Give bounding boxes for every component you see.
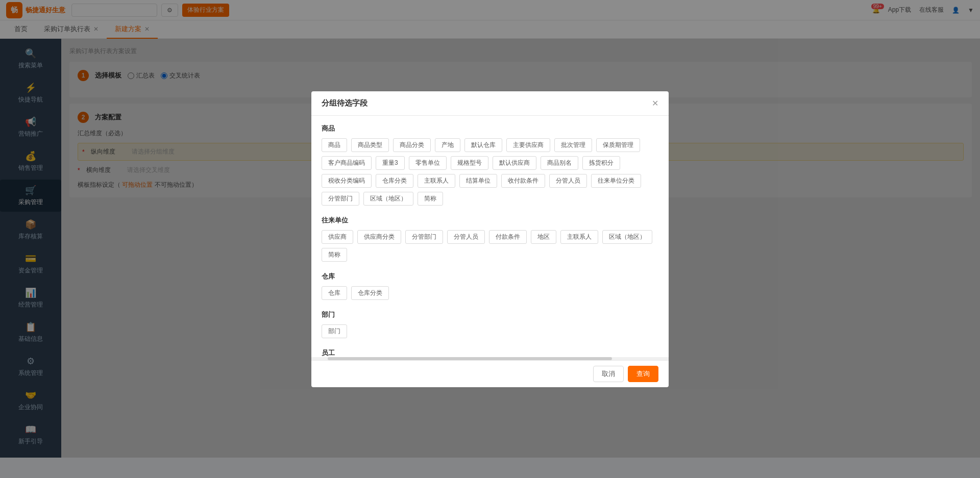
tag-product-type[interactable]: 商品类型 xyxy=(351,138,389,152)
tag-partner-supplier[interactable]: 供应商 xyxy=(322,230,353,244)
tag-product-goods[interactable]: 商品 xyxy=(322,138,347,152)
tag-product-category[interactable]: 商品分类 xyxy=(393,138,431,152)
product-tags: 商品 商品类型 商品分类 产地 默认仓库 主要供应商 批次管理 保质期管理 客户… xyxy=(322,138,658,206)
tag-partner-supplier-cat[interactable]: 供应商分类 xyxy=(357,230,401,244)
section-product-title: 商品 xyxy=(322,124,658,133)
tag-product-region[interactable]: 区域（地区） xyxy=(363,192,413,206)
tag-partner-dept[interactable]: 分管部门 xyxy=(405,230,443,244)
tag-product-dept[interactable]: 分管部门 xyxy=(322,192,359,206)
tag-product-score[interactable]: 拣货积分 xyxy=(582,156,620,170)
modal-header: 分组待选字段 ✕ xyxy=(311,91,669,116)
tag-partner-contact[interactable]: 主联系人 xyxy=(560,230,598,244)
section-product: 商品 商品 商品类型 商品分类 产地 默认仓库 主要供应商 批次管理 保质期管理… xyxy=(322,124,658,206)
tag-product-partner-cat[interactable]: 往来单位分类 xyxy=(591,174,641,188)
tag-product-settle-unit[interactable]: 结算单位 xyxy=(459,174,497,188)
tag-product-spec[interactable]: 规格型号 xyxy=(451,156,488,170)
tag-warehouse-cat[interactable]: 仓库分类 xyxy=(351,286,389,300)
tag-partner-payment[interactable]: 付款条件 xyxy=(489,230,527,244)
tag-product-weight[interactable]: 重量3 xyxy=(376,156,405,170)
tag-product-default-warehouse[interactable]: 默认仓库 xyxy=(464,138,502,152)
section-dept-title: 部门 xyxy=(322,310,658,319)
modal-title: 分组待选字段 xyxy=(322,98,368,108)
tag-product-retail-unit[interactable]: 零售单位 xyxy=(409,156,447,170)
tag-product-payment-terms[interactable]: 收付款条件 xyxy=(501,174,545,188)
tag-dept[interactable]: 部门 xyxy=(322,324,347,338)
tag-product-alias[interactable]: 商品别名 xyxy=(541,156,578,170)
dept-tags: 部门 xyxy=(322,324,658,338)
tag-product-contact[interactable]: 主联系人 xyxy=(418,174,455,188)
tag-product-customer-code[interactable]: 客户商品编码 xyxy=(322,156,372,170)
modal-footer: 取消 查询 xyxy=(311,360,669,387)
modal-cancel-button[interactable]: 取消 xyxy=(593,366,624,382)
tag-partner-abbr[interactable]: 简称 xyxy=(322,248,347,262)
tag-product-tax-code[interactable]: 税收分类编码 xyxy=(322,174,372,188)
tag-product-main-supplier[interactable]: 主要供应商 xyxy=(506,138,550,152)
section-employee: 员工 业务员 xyxy=(322,348,658,357)
tag-product-default-supplier[interactable]: 默认供应商 xyxy=(493,156,536,170)
section-warehouse: 仓库 仓库 仓库分类 xyxy=(322,272,658,300)
tag-partner-area[interactable]: 区域（地区） xyxy=(602,230,652,244)
tag-product-abbr[interactable]: 简称 xyxy=(418,192,443,206)
section-dept: 部门 部门 xyxy=(322,310,658,338)
section-employee-title: 员工 xyxy=(322,348,658,357)
modal-close-button[interactable]: ✕ xyxy=(652,98,658,108)
modal-confirm-button[interactable]: 查询 xyxy=(628,366,658,382)
section-partner: 往来单位 供应商 供应商分类 分管部门 分管人员 付款条件 地区 主联系人 区域… xyxy=(322,216,658,262)
tag-product-warehouse-cat[interactable]: 仓库分类 xyxy=(376,174,413,188)
section-warehouse-title: 仓库 xyxy=(322,272,658,281)
section-partner-title: 往来单位 xyxy=(322,216,658,225)
modal-overlay: 分组待选字段 ✕ 商品 商品 商品类型 商品分类 产地 默认仓库 主要供应商 批… xyxy=(0,0,980,458)
tag-partner-region[interactable]: 地区 xyxy=(531,230,556,244)
warehouse-tags: 仓库 仓库分类 xyxy=(322,286,658,300)
partner-tags: 供应商 供应商分类 分管部门 分管人员 付款条件 地区 主联系人 区域（地区） … xyxy=(322,230,658,262)
tag-product-manager[interactable]: 分管人员 xyxy=(549,174,587,188)
tag-partner-manager[interactable]: 分管人员 xyxy=(447,230,485,244)
modal-groupby: 分组待选字段 ✕ 商品 商品 商品类型 商品分类 产地 默认仓库 主要供应商 批… xyxy=(311,91,669,387)
modal-body[interactable]: 商品 商品 商品类型 商品分类 产地 默认仓库 主要供应商 批次管理 保质期管理… xyxy=(311,116,669,357)
tag-product-batch[interactable]: 批次管理 xyxy=(554,138,592,152)
tag-warehouse[interactable]: 仓库 xyxy=(322,286,347,300)
tag-product-shelf-life[interactable]: 保质期管理 xyxy=(596,138,640,152)
tag-product-origin[interactable]: 产地 xyxy=(435,138,460,152)
